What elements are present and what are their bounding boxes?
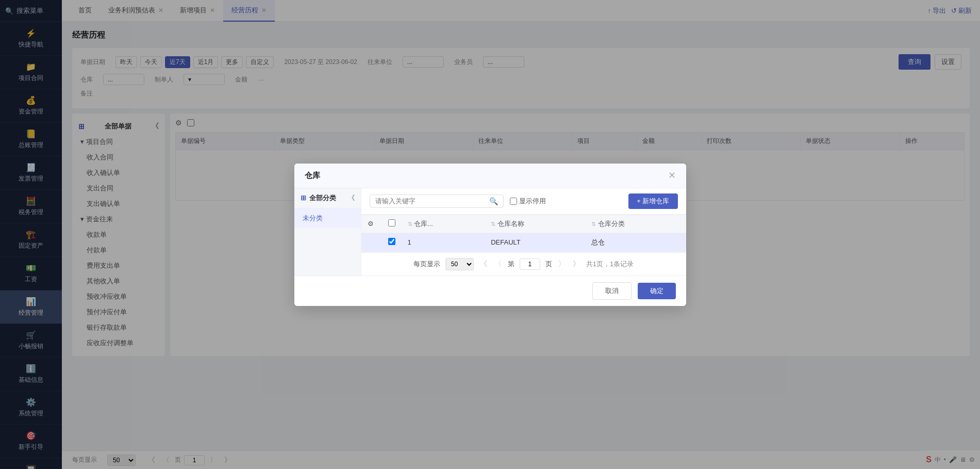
settings-icon: ⚙: [368, 220, 374, 228]
modal-search-input[interactable]: [375, 197, 486, 205]
cell-index: 1: [402, 233, 485, 252]
sort-icon3: ⇅: [591, 221, 596, 227]
modal-search-icon: 🔍: [489, 197, 498, 205]
modal-next-page[interactable]: 〉: [557, 258, 567, 270]
modal-page-input[interactable]: [520, 258, 540, 270]
modal-first-page[interactable]: 《: [479, 258, 488, 270]
modal-search-wrap: 🔍: [370, 195, 504, 208]
modal-toolbar: 🔍 显示停用 + 新增仓库: [361, 188, 686, 215]
col-warehouse-index: ⇅ 仓库...: [402, 215, 485, 233]
cell-code: DEFAULT: [485, 233, 585, 252]
col-warehouse-category: ⇅ 仓库分类: [585, 215, 686, 233]
modal-last-page[interactable]: 》: [572, 258, 581, 270]
modal-all-label: 全部分类: [309, 193, 336, 203]
col-settings: ⚙: [361, 215, 382, 233]
modal-left-header: ⊞ 全部分类 《: [294, 188, 361, 208]
row-checkbox[interactable]: [388, 238, 395, 245]
modal-table-wrap: ⚙ ⇅ 仓库... ⇅: [361, 215, 686, 252]
modal-confirm-btn[interactable]: 确定: [638, 283, 676, 299]
modal-footer-actions: 取消 确定: [294, 276, 686, 306]
modal-category-unclassified[interactable]: 未分类: [294, 208, 361, 228]
modal-page-size-select[interactable]: 50 100: [445, 258, 474, 270]
modal-right-panel: 🔍 显示停用 + 新增仓库 ⚙: [361, 188, 686, 276]
modal-show-disabled-label[interactable]: 显示停用: [510, 197, 546, 206]
modal-page-suffix: 页: [545, 260, 552, 269]
modal-total-info: 共1页，1条记录: [586, 260, 634, 269]
modal-left-panel: ⊞ 全部分类 《 未分类: [294, 188, 361, 276]
sort-icon2: ⇅: [491, 221, 495, 227]
warehouse-modal: 仓库 ✕ ⊞ 全部分类 《 未分类: [294, 164, 686, 306]
modal-title: 仓库: [305, 171, 320, 181]
col-warehouse-name: ⇅ 仓库名称: [485, 215, 585, 233]
modal-show-disabled-checkbox[interactable]: [510, 198, 517, 205]
modal-collapse-btn[interactable]: 《: [348, 193, 355, 203]
modal-close-btn[interactable]: ✕: [668, 171, 676, 180]
col-checkbox: [382, 215, 402, 233]
modal-overlay: 仓库 ✕ ⊞ 全部分类 《 未分类: [0, 0, 980, 469]
cell-checkbox: [382, 233, 402, 252]
sort-icon: ⇅: [408, 221, 412, 227]
modal-warehouse-table: ⚙ ⇅ 仓库... ⇅: [361, 215, 686, 252]
modal-page-label: 第: [508, 260, 514, 269]
cell-settings: [361, 233, 382, 252]
modal-page-size-label: 每页显示: [413, 260, 440, 269]
modal-header: 仓库 ✕: [294, 164, 686, 188]
modal-prev-page[interactable]: 〈: [493, 258, 503, 270]
modal-add-btn[interactable]: + 新增仓库: [628, 193, 677, 209]
modal-show-disabled-text: 显示停用: [519, 197, 546, 206]
modal-cancel-btn[interactable]: 取消: [592, 282, 632, 300]
modal-select-all[interactable]: [388, 219, 395, 227]
modal-unclassified-label: 未分类: [303, 214, 323, 222]
modal-footer-pagination: 每页显示 50 100 《 〈 第 页 〉 》 共1页，1条记录: [361, 252, 686, 276]
table-row[interactable]: 1 DEFAULT 总仓: [361, 233, 686, 252]
modal-grid-icon: ⊞: [301, 194, 306, 202]
cell-name: 总仓: [585, 233, 686, 252]
modal-body: ⊞ 全部分类 《 未分类 🔍 显示停用: [294, 188, 686, 276]
